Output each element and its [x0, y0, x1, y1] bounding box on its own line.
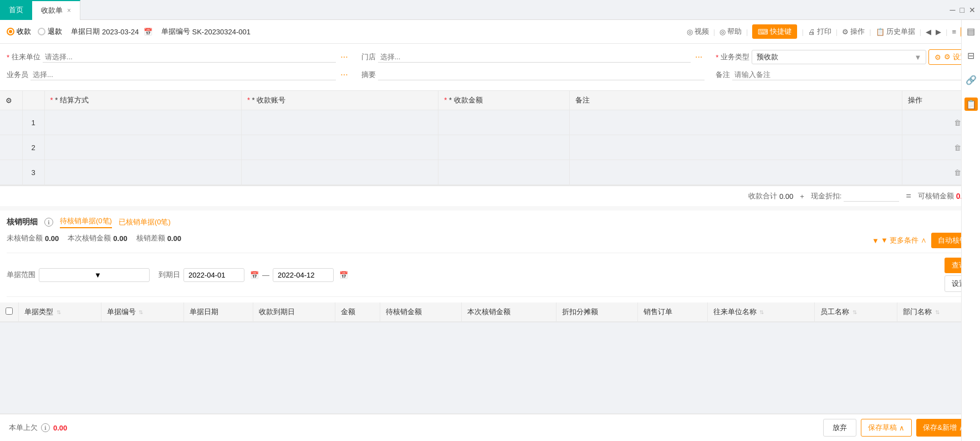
info-icon[interactable]: ℹ [41, 423, 50, 432]
table-row: 3 🗑 ⧉ [0, 160, 980, 185]
th-discount: 折扣分摊额 [556, 302, 638, 322]
sort-number-icon[interactable]: ⇅ [139, 309, 143, 315]
discount-field: 现金折扣: [811, 191, 900, 202]
video-label: 视频 [695, 27, 709, 37]
help-action[interactable]: ◎ 帮助 [719, 27, 742, 37]
sum-label: 收款合计 [748, 191, 777, 201]
td-settle-1[interactable] [44, 110, 241, 135]
td-amount-3[interactable] [438, 160, 570, 185]
history-label: 历史单据 [886, 27, 915, 37]
partner-input[interactable] [43, 52, 336, 63]
radio-return[interactable]: 退款 [38, 27, 62, 37]
td-num-2: 2 [22, 135, 44, 160]
panel-table-icon[interactable]: ▤ [964, 24, 978, 38]
calendar-icon[interactable]: 📅 [144, 28, 152, 36]
td-amount-2[interactable] [438, 135, 570, 160]
history-action[interactable]: 📋 历史单据 [876, 27, 915, 37]
td-settle-2[interactable] [44, 135, 241, 160]
radio-receipt[interactable]: 收款 [7, 27, 31, 37]
draft-button[interactable]: 保存草稿 ∧ [861, 419, 912, 437]
remark-field: 备注 [716, 69, 973, 80]
panel-link-icon[interactable]: 🔗 [964, 73, 978, 86]
sum-value: 0.00 [779, 192, 793, 201]
date-field: 单据日期 2023-03-24 📅 [71, 27, 152, 37]
current-stat: 本次核销金额 0.00 [68, 233, 127, 243]
nav-prev[interactable]: ◀ [926, 28, 931, 36]
form-row-2: 业务员 ··· 摘要 备注 [7, 69, 973, 80]
shortcut-button[interactable]: ⌨ 快捷键 [752, 24, 797, 39]
pending-tab[interactable]: 待核销单据(0笔) [60, 216, 112, 228]
gear-icon: ⚙ [6, 96, 12, 105]
td-gear-1 [0, 110, 22, 135]
sort-type-icon[interactable]: ⇅ [57, 309, 61, 315]
tab-close-icon[interactable]: × [67, 7, 71, 14]
print-icon: 🖨 [808, 28, 815, 36]
sort-partner-icon[interactable]: ⇅ [759, 309, 764, 315]
date-from-icon[interactable]: 📅 [250, 271, 259, 279]
nav-next[interactable]: ▶ [936, 28, 941, 36]
th-number: 单据编号 ⇅ [101, 302, 183, 322]
video-action[interactable]: ◎ 视频 [687, 27, 709, 37]
sort-staff-icon[interactable]: ⇅ [853, 309, 857, 315]
td-account-2[interactable] [241, 135, 438, 160]
radio-receipt-label: 收款 [17, 27, 31, 37]
td-remark-3[interactable] [570, 160, 902, 185]
partner-more-btn[interactable]: ··· [338, 52, 350, 62]
table-row: 1 🗑 ⧉ [0, 110, 980, 135]
biz-type-field: * 业务类型 预收款 ▼ ⚙ ⚙ 设置 [716, 49, 973, 65]
history-icon: 📋 [876, 28, 885, 36]
td-remark-2[interactable] [570, 135, 902, 160]
date-to-icon[interactable]: 📅 [339, 271, 348, 279]
tab-home[interactable]: 首页 [0, 0, 32, 20]
biz-type-value: 预收款 [757, 52, 912, 62]
panel-form-icon[interactable]: 📋 [964, 98, 978, 111]
discount-input[interactable] [844, 191, 899, 202]
more-conditions-btn[interactable]: ▼ ▼ 更多条件 ∧ [872, 235, 927, 245]
staff-input[interactable] [30, 69, 336, 80]
th-order: 销售订单 [638, 302, 707, 322]
diff-value: 0.00 [167, 234, 181, 243]
select-all-checkbox[interactable] [6, 307, 13, 315]
date-from-input[interactable] [183, 268, 244, 282]
th-pending: 待核销金额 [380, 302, 462, 322]
window-maximize-icon[interactable]: □ [960, 6, 964, 14]
store-label: 门店 [361, 52, 376, 62]
layout-toggle[interactable]: ≡ [952, 28, 956, 36]
right-panel: ▤ ⊟ 🔗 📋 [961, 20, 980, 441]
operate-action[interactable]: ⚙ 操作 [842, 27, 865, 37]
remark-input[interactable] [732, 69, 973, 80]
staff-more-btn[interactable]: ··· [338, 70, 350, 80]
range-select[interactable]: ▼ [39, 268, 150, 282]
sort-dept-icon[interactable]: ⇅ [935, 309, 940, 315]
td-remark-1[interactable] [570, 110, 902, 135]
shortcut-label: 快捷键 [770, 27, 792, 37]
table-gear-header[interactable]: ⚙ [0, 91, 22, 110]
td-num-3: 3 [22, 160, 44, 185]
tab-receipt[interactable]: 收款单 × [32, 0, 80, 20]
remark-label: 备注 [716, 70, 730, 80]
td-account-1[interactable] [241, 110, 438, 135]
td-settle-3[interactable] [44, 160, 241, 185]
print-label: 打印 [817, 27, 831, 37]
th-amount: * * 收款金额 [438, 91, 570, 110]
required-star-2: * [716, 53, 718, 61]
th-checkbox[interactable] [0, 302, 19, 322]
store-more-btn[interactable]: ··· [693, 52, 705, 62]
done-tab[interactable]: 已核销单据(0笔) [119, 217, 171, 227]
discount-label: 现金折扣: [811, 191, 842, 201]
td-amount-1[interactable] [438, 110, 570, 135]
biz-type-select[interactable]: 预收款 ▼ [752, 50, 926, 64]
date-to-input[interactable] [273, 268, 334, 282]
verify-info-icon[interactable]: ℹ [44, 218, 53, 227]
number-label: 单据编号 [161, 27, 190, 37]
date-dash: — [262, 271, 269, 279]
print-action[interactable]: 🖨 打印 [808, 27, 831, 37]
store-input[interactable] [378, 52, 691, 63]
panel-list-icon[interactable]: ⊟ [964, 49, 978, 62]
td-account-3[interactable] [241, 160, 438, 185]
window-close-icon[interactable]: ✕ [969, 6, 976, 14]
summary-input[interactable] [378, 69, 705, 80]
discard-button[interactable]: 放弃 [823, 419, 856, 437]
window-restore-icon[interactable]: ─ [950, 6, 956, 14]
partner-label: 往来单位 [12, 52, 40, 62]
